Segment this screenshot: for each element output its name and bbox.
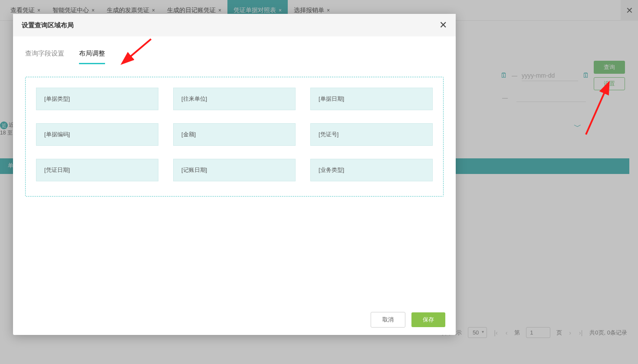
layout-cell[interactable]: [单据类型] bbox=[36, 88, 158, 110]
modal-body: 查询字段设置 布局调整 [单据类型] [往来单位] [单据日期] [单据编码] … bbox=[13, 36, 456, 305]
cancel-button[interactable]: 取消 bbox=[371, 312, 405, 328]
layout-cell[interactable]: [金额] bbox=[173, 123, 296, 146]
modal-tabs: 查询字段设置 布局调整 bbox=[25, 46, 444, 65]
layout-settings-modal: 设置查询区域布局 ✕ 查询字段设置 布局调整 [单据类型] [往来单位] [单据… bbox=[13, 14, 456, 335]
modal-close-button[interactable]: ✕ bbox=[439, 20, 447, 31]
layout-cell[interactable]: [单据日期] bbox=[310, 88, 433, 110]
save-button[interactable]: 保存 bbox=[411, 312, 445, 327]
layout-cell[interactable]: [单据编码] bbox=[36, 123, 158, 146]
layout-cell[interactable]: [凭证日期] bbox=[36, 159, 158, 181]
layout-cell[interactable]: [凭证号] bbox=[310, 123, 433, 146]
layout-cell[interactable]: [往来单位] bbox=[173, 88, 296, 110]
modal-header: 设置查询区域布局 ✕ bbox=[13, 14, 456, 36]
modal-tab-layout[interactable]: 布局调整 bbox=[79, 46, 105, 64]
layout-cell[interactable]: [业务类型] bbox=[310, 159, 433, 181]
layout-drop-zone[interactable]: [单据类型] [往来单位] [单据日期] [单据编码] [金额] [凭证号] [… bbox=[25, 77, 444, 197]
modal-title: 设置查询区域布局 bbox=[22, 21, 74, 30]
modal-tab-fields[interactable]: 查询字段设置 bbox=[25, 46, 64, 64]
modal-footer: 取消 保存 bbox=[13, 305, 456, 335]
layout-grid: [单据类型] [往来单位] [单据日期] [单据编码] [金额] [凭证号] [… bbox=[36, 88, 433, 181]
layout-cell[interactable]: [记账日期] bbox=[173, 159, 296, 181]
